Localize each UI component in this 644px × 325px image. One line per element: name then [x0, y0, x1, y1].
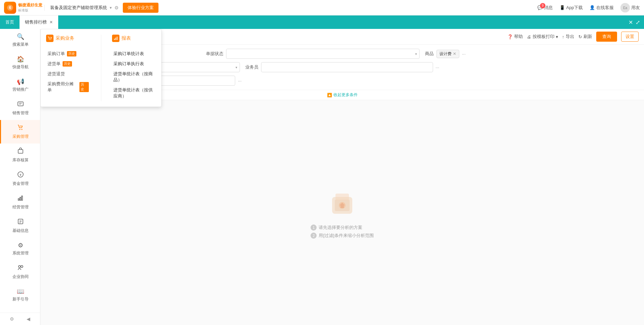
tab-expand-btn[interactable]: ⤢ [636, 19, 640, 26]
sidebar-item-purchase[interactable]: 采购管理 [0, 120, 40, 144]
svg-point-8 [22, 129, 23, 130]
salesman-input[interactable] [261, 62, 433, 72]
svg-point-7 [20, 129, 21, 130]
svg-point-19 [19, 266, 21, 268]
sidebar-sales-label: 销售管理 [12, 110, 29, 116]
salesman-more-icon[interactable]: ··· [436, 65, 439, 70]
message-action[interactable]: 💬 9 消息 [537, 5, 553, 11]
product-tag-text: 设计费 [439, 51, 452, 57]
sidebar-item-finance[interactable]: ¥ 资金管理 [0, 167, 40, 191]
doc-status-select[interactable] [226, 49, 420, 59]
dropdown-item-expense[interactable]: 采购费用分摊单 历史 [46, 79, 90, 95]
sidebar-item-enterprise[interactable]: 企业协同 [0, 260, 40, 284]
system-title: 装备及固定资产辅助管理系统 [50, 5, 107, 11]
help-btn[interactable]: ❓ 帮助 [507, 34, 523, 40]
dropdown-item-report-1[interactable]: 采购订单执行表 [112, 59, 156, 69]
tab-home-label: 首页 [5, 19, 14, 25]
report-col-icon [112, 35, 119, 42]
avatar: Ea [620, 3, 630, 12]
product-tag: 设计费 ✕ [436, 50, 459, 58]
customer-more-icon[interactable]: ··· [238, 78, 242, 83]
search-icon: 🔍 [17, 33, 24, 40]
online-service-action[interactable]: 👤 在线客服 [589, 5, 614, 11]
sidebar-operations-label: 经营管理 [12, 204, 29, 210]
tab-home[interactable]: 首页 [0, 15, 20, 29]
purchase-dropdown-menu: 采购业务 采购订单 历史 进货单 历史 进货退货 采购费用分摊单 [40, 29, 162, 107]
sidebar-settings-btn[interactable]: ⚙ [10, 316, 14, 322]
filter-doc-status: 单据状态 [206, 49, 420, 59]
dropdown-item-report-2[interactable]: 进货单统计表（按商品） [112, 69, 156, 85]
print-btn[interactable]: 🖨 按模板打印 ▾ [527, 34, 558, 40]
sidebar-item-inventory[interactable]: 库存核算 [0, 144, 40, 167]
system-settings-icon[interactable]: ⚙ [114, 5, 119, 10]
empty-tip-2: 2 用[过滤]条件来缩小分析范围 [311, 233, 373, 239]
export-btn[interactable]: ↑ 导出 [562, 34, 575, 40]
marketing-icon: 📢 [17, 78, 24, 85]
sidebar-item-guide[interactable]: 📖 新手引导 [0, 284, 40, 306]
empty-state: 1 请先选择要分析的方案 2 用[过滤]条件来缩小分析范围 [40, 100, 644, 325]
svg-rect-27 [114, 39, 115, 40]
sidebar-inventory-label: 库存核算 [12, 157, 29, 163]
svg-rect-28 [115, 38, 116, 40]
sidebar-item-search[interactable]: 🔍 搜索菜单 [0, 29, 40, 51]
tip-num-2: 2 [311, 233, 317, 239]
sidebar-item-search-label: 搜索菜单 [12, 42, 29, 47]
tip-text-2: 用[过滤]条件来缩小分析范围 [319, 233, 373, 239]
empty-tip-1: 1 请先选择要分析的方案 [311, 225, 373, 231]
sidebar-item-quick-nav[interactable]: 🏠 快捷导航 [0, 51, 40, 74]
tab-close-btn[interactable]: ✕ [629, 19, 633, 26]
refresh-btn[interactable]: ↻ 刷新 [578, 34, 592, 40]
refresh-icon: ↻ [578, 34, 582, 39]
tab-sales-rank[interactable]: 销售排行榜 ✕ [20, 15, 58, 29]
service-icon: 👤 [589, 5, 595, 10]
settings-btn[interactable]: 设置 [621, 32, 639, 42]
tip-text-1: 请先选择要分析的方案 [319, 225, 362, 231]
sidebar-item-basic-info[interactable]: 基础信息 [0, 214, 40, 238]
dropdown-item-report-0[interactable]: 采购订单统计表 [112, 49, 156, 59]
user-action[interactable]: Ea 用友 [620, 3, 640, 12]
tab-bar: 首页 销售排行榜 ✕ ✕ ⤢ [0, 15, 644, 29]
print-dropdown-icon: ▾ [556, 34, 558, 39]
title-dropdown-arrow[interactable]: ▾ [110, 5, 112, 10]
content-area: ❓ 帮助 🖨 按模板打印 ▾ ↑ 导出 ↻ 刷新 查询 设置 [40, 29, 644, 325]
header-right: 💬 9 消息 📱 App下载 👤 在线客服 Ea 用友 [537, 3, 640, 12]
system-title-area: 装备及固定资产辅助管理系统 ▾ ⚙ [44, 5, 119, 11]
collapse-label: 收起更多条件 [333, 92, 358, 98]
dropdown-item-purchase-order[interactable]: 采购订单 历史 [46, 49, 90, 59]
sidebar-basic-info-label: 基础信息 [12, 228, 29, 234]
dropdown-item-return[interactable]: 进货退货 [46, 69, 90, 79]
app-download-action[interactable]: 📱 App下载 [560, 5, 583, 11]
query-btn[interactable]: 查询 [596, 32, 617, 42]
sidebar-item-sales[interactable]: 销售管理 [0, 96, 40, 120]
svg-point-25 [49, 39, 50, 40]
sidebar-item-marketing[interactable]: 📢 营销推广 [0, 74, 40, 96]
enterprise-icon [17, 264, 24, 273]
operations-icon [17, 195, 24, 203]
svg-rect-29 [117, 37, 117, 40]
dropdown-item-report-3[interactable]: 进货单统计表（按供应商） [112, 85, 156, 101]
product-tag-close[interactable]: ✕ [453, 51, 456, 56]
sidebar-marketing-label: 营销推广 [12, 87, 29, 92]
print-icon: 🖨 [527, 34, 531, 39]
sidebar-collapse-btn[interactable]: ◀ [27, 316, 30, 322]
tab-sales-rank-label: 销售排行榜 [25, 19, 47, 25]
product-label: 商品 [425, 51, 434, 57]
industry-btn[interactable]: 体验行业方案 [123, 3, 158, 13]
sidebar-guide-label: 新手引导 [12, 296, 29, 302]
empty-illustration [325, 187, 359, 220]
dropdown-item-incoming[interactable]: 进货单 历史 [46, 59, 90, 69]
sidebar-item-system[interactable]: ⚙ 系统管理 [0, 238, 40, 260]
product-more-icon[interactable]: ··· [462, 51, 466, 56]
sidebar-quick-nav-label: 快捷导航 [12, 64, 29, 70]
svg-point-26 [50, 39, 51, 40]
svg-rect-13 [20, 197, 21, 200]
purchase-col-icon [46, 35, 53, 42]
svg-rect-9 [18, 150, 23, 153]
sidebar-system-label: 系统管理 [12, 250, 29, 256]
sidebar-item-operations[interactable]: 经营管理 [0, 191, 40, 214]
message-count: 9 [540, 3, 545, 8]
svg-rect-24 [335, 194, 349, 200]
system-icon: ⚙ [18, 242, 23, 249]
tab-close-icon[interactable]: ✕ [49, 20, 53, 25]
sidebar-finance-label: 资金管理 [12, 181, 29, 187]
